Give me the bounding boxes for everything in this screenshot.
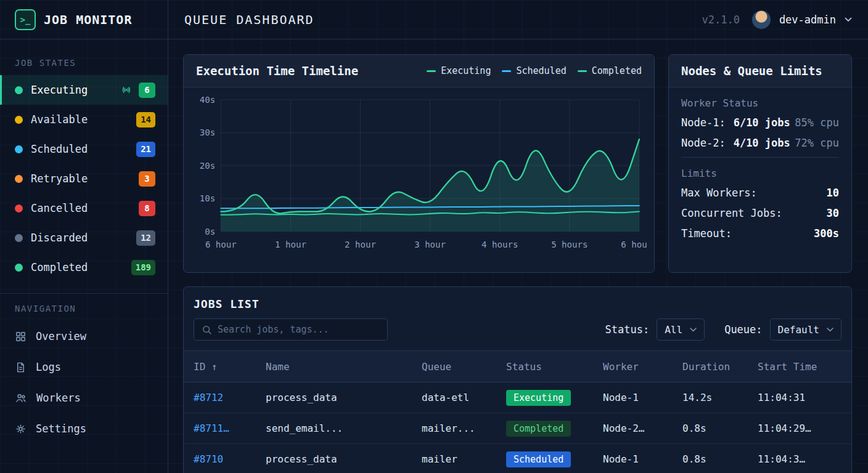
chart-legend: ExecutingScheduledCompleted — [427, 65, 642, 76]
column-header[interactable]: Queue — [422, 361, 506, 373]
topbar: >_ JOB MONITOR QUEUE DASHBOARD v2.1.0 de… — [0, 0, 868, 39]
job-id-link[interactable]: #8710 — [194, 453, 266, 465]
job-row[interactable]: #8711…send_email...mailer...CompletedNod… — [184, 413, 851, 444]
svg-text:2 hour: 2 hour — [345, 240, 376, 249]
search-icon — [202, 325, 212, 335]
nodes-body: Worker Status Node-1:6/10 jobs85% cpuNod… — [669, 87, 851, 257]
topbar-right: v2.1.0 dev-admin — [702, 10, 852, 29]
limit-value: 300s — [814, 227, 839, 240]
job-duration: 14.2s — [682, 392, 758, 403]
search-input[interactable] — [218, 324, 380, 335]
gear-icon — [15, 423, 27, 435]
queue-filter-select[interactable]: Default — [770, 318, 841, 341]
jobs-toolbar: Status: All Queue: Default — [184, 310, 851, 350]
column-header[interactable]: Status — [506, 361, 603, 373]
node-jobs: 4/10 jobs — [734, 137, 790, 149]
limit-label: Concurrent Jobs: — [681, 207, 782, 219]
svg-text:5 hours: 5 hours — [551, 240, 588, 249]
legend-dash — [578, 70, 587, 72]
job-row[interactable]: #8710process_datamailerScheduledNode-10.… — [184, 444, 851, 473]
limit-label: Max Workers: — [681, 187, 757, 199]
job-id-link[interactable]: #8711… — [194, 422, 266, 434]
job-status: Scheduled — [506, 451, 603, 467]
nodes-title: Nodes & Queue Limits — [681, 64, 822, 78]
sidebar-state-retryable[interactable]: Retryable3 — [0, 164, 168, 193]
nav-item-logs[interactable]: Logs — [0, 352, 168, 382]
state-right: 12 — [136, 230, 155, 246]
nav-label: Logs — [36, 361, 61, 373]
limits-subhead: Limits — [681, 168, 839, 179]
sidebar-state-discarded[interactable]: Discarded12 — [0, 223, 168, 253]
navigation-list: OverviewLogsWorkersSettings — [0, 321, 168, 444]
nav-item-settings[interactable]: Settings — [0, 413, 168, 444]
state-dot — [15, 86, 23, 94]
job-queue: data-etl — [422, 392, 506, 403]
queue-filter-value: Default — [778, 324, 819, 336]
svg-text:30s: 30s — [200, 127, 215, 137]
limit-value: 10 — [827, 187, 839, 199]
chevron-down-icon — [827, 328, 833, 332]
limit-value: 30 — [827, 207, 839, 219]
legend-label: Completed — [592, 65, 642, 76]
job-status: Executing — [506, 390, 603, 406]
legend-label: Executing — [441, 65, 491, 76]
job-id-link[interactable]: #8712 — [194, 392, 266, 403]
main-content: Execution Time Timeline ExecutingSchedul… — [168, 39, 868, 473]
node-name: Node-2: — [681, 137, 726, 149]
column-header[interactable]: Duration — [682, 361, 758, 373]
legend-item-executing: Executing — [427, 65, 491, 76]
state-count-badge: 12 — [136, 230, 155, 246]
nav-label: Settings — [36, 422, 86, 435]
timeline-title: Execution Time Timeline — [196, 64, 358, 78]
job-duration: 0.8s — [682, 422, 758, 434]
svg-text:40s: 40s — [200, 95, 215, 105]
nodes-card: Nodes & Queue Limits Worker Status Node-… — [668, 54, 852, 273]
column-header[interactable]: Name — [266, 361, 422, 373]
job-states-list: Executing6Available14Scheduled21Retryabl… — [0, 75, 168, 282]
state-right: 6 — [120, 83, 155, 98]
job-status: Completed — [506, 421, 603, 437]
nodes-card-header: Nodes & Queue Limits — [669, 55, 851, 87]
status-filter-select[interactable]: All — [657, 318, 705, 341]
state-right: 8 — [139, 201, 155, 216]
username-label: dev-admin — [779, 14, 836, 26]
timeline-card-header: Execution Time Timeline ExecutingSchedul… — [184, 55, 654, 87]
job-worker: Node-1 — [603, 392, 682, 403]
search-box[interactable] — [194, 318, 388, 341]
state-count-badge: 6 — [139, 83, 155, 98]
chevron-down-icon — [690, 328, 697, 332]
node-name: Node-1: — [681, 116, 726, 129]
topbar-main: QUEUE DASHBOARD v2.1.0 dev-admin — [168, 0, 868, 39]
sidebar-divider — [0, 293, 168, 294]
job-name: process_data — [266, 453, 422, 465]
state-count-badge: 3 — [139, 171, 155, 187]
chevron-down-icon[interactable] — [845, 17, 852, 22]
svg-text:0s: 0s — [205, 227, 215, 236]
state-dot — [15, 204, 23, 212]
svg-text:10s: 10s — [200, 193, 215, 203]
column-header[interactable]: Start Time — [758, 361, 841, 373]
user-avatar[interactable] — [752, 10, 771, 29]
state-right: 21 — [136, 142, 155, 157]
jobs-list-card: JOBS LIST Status: All Queue: Default — [183, 286, 852, 473]
nav-item-overview[interactable]: Overview — [0, 321, 168, 352]
queue-filter-label: Queue: — [724, 323, 762, 336]
svg-text:4 hours: 4 hours — [481, 240, 518, 249]
sidebar-state-executing[interactable]: Executing6 — [0, 75, 168, 105]
nav-item-workers[interactable]: Workers — [0, 382, 168, 413]
state-label: Scheduled — [31, 143, 88, 155]
job-name: process_data — [266, 392, 422, 403]
state-count-badge: 189 — [131, 260, 155, 275]
sidebar-state-completed[interactable]: Completed189 — [0, 253, 168, 282]
state-dot — [15, 175, 23, 183]
status-badge: Scheduled — [506, 451, 571, 467]
version-label: v2.1.0 — [702, 14, 739, 26]
legend-dash — [427, 70, 436, 72]
column-header[interactable]: Worker — [603, 361, 682, 373]
sidebar-state-available[interactable]: Available14 — [0, 105, 168, 134]
sidebar-state-cancelled[interactable]: Cancelled8 — [0, 193, 168, 223]
job-row[interactable]: #8712process_datadata-etlExecutingNode-1… — [184, 382, 851, 413]
state-count-badge: 8 — [139, 201, 155, 216]
column-header[interactable]: ID ↑ — [194, 361, 266, 373]
sidebar-state-scheduled[interactable]: Scheduled21 — [0, 134, 168, 164]
